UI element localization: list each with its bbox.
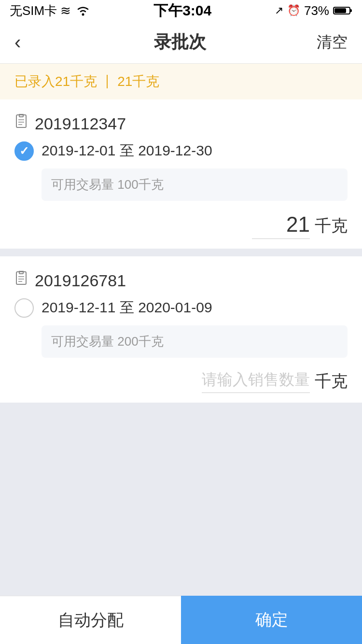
info-amount: 21千克: [117, 72, 159, 91]
status-right: ↗ ⏰ 73%: [275, 3, 352, 18]
batch1-date-row[interactable]: 2019-12-01 至 2019-12-30: [14, 141, 348, 161]
alarm-icon: ⏰: [287, 4, 300, 17]
svg-point-0: [82, 14, 84, 16]
batch1-id: 2019112347: [35, 114, 126, 133]
batch2-id: 2019126781: [35, 271, 126, 290]
status-left: 无SIM卡 ≋: [10, 2, 90, 19]
empty-area: [0, 403, 362, 596]
no-sim-text: 无SIM卡 ≋: [10, 2, 71, 19]
recorded-label: 已录入21千克: [14, 72, 97, 91]
batch2-card: 2019126781 2019-12-11 至 2020-01-09 可用交易量…: [0, 256, 362, 358]
batch1-unit: 千克: [315, 215, 348, 237]
nav-bar: ‹ 录批次 清空: [0, 21, 362, 64]
batch2-date: 2019-12-11 至 2020-01-09: [42, 298, 212, 318]
status-bar: 无SIM卡 ≋ 下午3:04 ↗ ⏰ 73%: [0, 0, 362, 21]
batch2-available: 可用交易量 200千克: [42, 325, 348, 358]
svg-rect-3: [334, 8, 346, 13]
batch2-input-placeholder: 请输入销售数量: [202, 371, 310, 388]
batch1-quantity-row[interactable]: 21 千克: [0, 201, 362, 249]
batch2-date-row[interactable]: 2019-12-11 至 2020-01-09: [14, 298, 348, 318]
battery-text: 73%: [304, 3, 329, 18]
batch1-quantity-input[interactable]: 21: [252, 212, 310, 239]
back-button[interactable]: ‹: [14, 31, 43, 53]
svg-rect-2: [350, 9, 352, 12]
batch2-unit: 千克: [315, 370, 348, 392]
battery-icon: [333, 6, 352, 15]
wifi-icon: [76, 5, 90, 16]
section-separator: [0, 249, 362, 256]
batch1-available-text: 可用交易量 100千克: [51, 177, 164, 192]
batch2-icon: [14, 271, 30, 290]
batch2-radio[interactable]: [14, 298, 34, 318]
status-time: 下午3:04: [153, 1, 211, 21]
clear-button[interactable]: 清空: [317, 32, 348, 53]
batch1-quantity-value: 21: [286, 212, 310, 236]
confirm-button[interactable]: 确定: [181, 596, 362, 644]
page-title: 录批次: [154, 30, 206, 54]
batch1-header: 2019112347: [14, 114, 348, 133]
batch1-radio[interactable]: [14, 141, 34, 161]
batch1-card: 2019112347 2019-12-01 至 2019-12-30 可用交易量…: [0, 99, 362, 201]
batch2-available-text: 可用交易量 200千克: [51, 334, 164, 349]
auto-distribute-button[interactable]: 自动分配: [0, 596, 181, 644]
bottom-bar: 自动分配 确定: [0, 596, 362, 644]
batch2-header: 2019126781: [14, 271, 348, 290]
location-icon: ↗: [275, 4, 283, 17]
batch2-input-row[interactable]: 请输入销售数量 千克: [0, 358, 362, 403]
batch1-date: 2019-12-01 至 2019-12-30: [42, 141, 212, 161]
info-divider: [107, 75, 108, 88]
batch1-available: 可用交易量 100千克: [42, 168, 348, 201]
batch1-icon: [14, 114, 30, 133]
batch2-quantity-input[interactable]: 请输入销售数量: [202, 369, 310, 393]
info-banner: 已录入21千克 21千克: [0, 64, 362, 99]
